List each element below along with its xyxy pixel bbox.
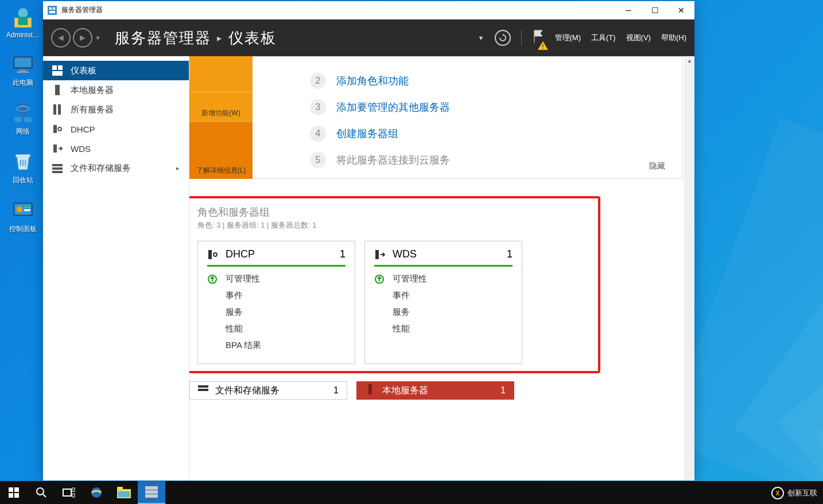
desktop-icon-this-pc[interactable]: 此电脑 xyxy=(5,52,41,88)
quick-action-create-group[interactable]: 4 创建服务器组 xyxy=(310,126,682,142)
roles-section-highlighted: 角色和服务器组 角色: 3 | 服务器组: 1 | 服务器总数: 1 DHCP … xyxy=(189,196,600,373)
ribbon-dropdown-icon[interactable]: ▼ xyxy=(478,34,484,41)
taskbar-ie[interactable] xyxy=(83,481,110,504)
notifications-flag[interactable]: ! xyxy=(532,29,545,46)
ribbon-header: ◄ ► ▼ 服务器管理器 ▸ 仪表板 ▼ ! 管理(M) 工具(T) 视图(V)… xyxy=(43,19,694,56)
menu-help[interactable]: 帮助(H) xyxy=(661,33,686,43)
search-button[interactable] xyxy=(28,481,55,504)
sidebar-item-dhcp[interactable]: DHCP xyxy=(43,119,189,139)
svg-rect-42 xyxy=(9,487,13,492)
svg-rect-56 xyxy=(145,490,158,494)
sidebar: 仪表板 本地服务器 所有服务器 DHCP WDS 文件和存储服务 ▸ xyxy=(43,56,189,480)
breadcrumb: 服务器管理器 ▸ 仪表板 xyxy=(115,28,277,48)
step-number: 3 xyxy=(310,99,326,115)
svg-rect-50 xyxy=(72,494,75,497)
close-button[interactable]: ✕ xyxy=(668,1,694,19)
nav-forward-button[interactable]: ► xyxy=(73,28,92,48)
tile-row-label[interactable]: 可管理性 xyxy=(393,274,427,284)
quick-link-label: 创建服务器组 xyxy=(336,127,398,140)
whats-new-link[interactable]: 新增功能(W) xyxy=(189,92,253,122)
task-view-button[interactable] xyxy=(55,481,83,504)
svg-rect-11 xyxy=(15,154,30,157)
svg-rect-39 xyxy=(198,385,208,388)
sidebar-item-dashboard[interactable]: 仪表板 xyxy=(43,61,189,80)
tile-row-label[interactable]: 服务 xyxy=(226,307,243,318)
taskbar-server-manager[interactable] xyxy=(138,481,165,504)
scrollbar[interactable]: ▴ xyxy=(684,56,694,480)
svg-rect-26 xyxy=(53,104,56,115)
wds-icon xyxy=(374,249,386,260)
sidebar-item-local-server[interactable]: 本地服务器 xyxy=(43,80,189,100)
step-number: 2 xyxy=(310,73,326,89)
menu-manage[interactable]: 管理(M) xyxy=(555,33,581,43)
minimize-button[interactable]: ─ xyxy=(615,1,642,19)
svg-rect-19 xyxy=(53,7,55,10)
welcome-left-panel: 新增功能(W) 了解详细信息(L) xyxy=(189,56,253,179)
quick-action-add-servers[interactable]: 3 添加要管理的其他服务器 xyxy=(310,99,682,115)
role-tile-storage[interactable]: 文件和存储服务 1 xyxy=(189,381,347,400)
nav-back-button[interactable]: ◄ xyxy=(51,28,71,48)
menu-view[interactable]: 视图(V) xyxy=(626,33,651,43)
role-tile-wds[interactable]: WDS 1 可管理性 事件 服务 性能 xyxy=(364,241,522,364)
desktop-icon-recycle-bin[interactable]: 回收站 xyxy=(5,149,41,185)
dhcp-icon xyxy=(52,124,63,134)
tile-row-label[interactable]: 事件 xyxy=(393,290,410,301)
svg-rect-34 xyxy=(208,250,212,259)
desktop-icon-control-panel[interactable]: 控制面板 xyxy=(5,198,41,234)
server-icon xyxy=(365,384,375,397)
quick-action-add-roles[interactable]: 2 添加角色和功能 xyxy=(310,73,682,89)
step-number: 5 xyxy=(310,152,326,168)
welcome-right-panel: 2 添加角色和功能 3 添加要管理的其他服务器 4 创建服务器组 5 xyxy=(253,56,683,179)
sidebar-item-storage[interactable]: 文件和存储服务 ▸ xyxy=(43,158,189,178)
quick-link-label: 添加要管理的其他服务器 xyxy=(336,100,450,114)
taskbar-explorer[interactable] xyxy=(110,481,138,504)
tile-count: 1 xyxy=(333,385,339,396)
svg-rect-31 xyxy=(52,164,63,166)
role-tile-local-server[interactable]: 本地服务器 1 xyxy=(356,381,514,400)
breadcrumb-root[interactable]: 服务器管理器 xyxy=(115,28,211,48)
quick-action-cloud[interactable]: 5 将此服务器连接到云服务 xyxy=(310,152,682,168)
maximize-button[interactable]: ☐ xyxy=(642,1,668,19)
tile-row-label[interactable]: 事件 xyxy=(226,290,243,301)
svg-point-35 xyxy=(213,253,217,256)
sidebar-item-label: 本地服务器 xyxy=(71,85,114,96)
storage-icon xyxy=(52,163,63,173)
svg-rect-45 xyxy=(14,493,19,498)
svg-rect-22 xyxy=(52,65,57,70)
titlebar[interactable]: 服务器管理器 ─ ☐ ✕ xyxy=(43,1,694,19)
tile-row-label[interactable]: BPA 结果 xyxy=(226,340,261,351)
sidebar-item-label: 仪表板 xyxy=(71,65,96,76)
start-button[interactable] xyxy=(0,481,28,504)
svg-rect-23 xyxy=(58,65,63,70)
svg-rect-48 xyxy=(63,489,71,496)
tile-row-label[interactable]: 性能 xyxy=(226,323,243,334)
desktop-icon-administrator[interactable]: Administ… xyxy=(5,5,41,39)
svg-rect-41 xyxy=(368,384,372,394)
status-ok-icon xyxy=(374,274,385,284)
breadcrumb-section[interactable]: 仪表板 xyxy=(228,28,277,48)
sidebar-item-wds[interactable]: WDS xyxy=(43,139,189,158)
svg-rect-16 xyxy=(24,209,30,211)
svg-rect-53 xyxy=(117,487,123,490)
storage-icon xyxy=(198,384,208,397)
tile-row-label[interactable]: 可管理性 xyxy=(226,274,260,284)
roles-subtitle: 角色: 3 | 服务器组: 1 | 服务器总数: 1 xyxy=(197,220,590,230)
svg-rect-28 xyxy=(53,125,57,133)
role-tile-dhcp[interactable]: DHCP 1 可管理性 事件 服务 性能 BPA 结果 xyxy=(197,241,355,364)
menu-tools[interactable]: 工具(T) xyxy=(591,33,616,43)
sidebar-item-label: 文件和存储服务 xyxy=(71,163,131,174)
window-title: 服务器管理器 xyxy=(61,5,615,15)
tile-row-label[interactable]: 服务 xyxy=(393,307,410,318)
ribbon-divider xyxy=(521,30,522,46)
content-area: ▴ 新增功能(W) 了解详细信息(L) 2 添加角色和功能 3 xyxy=(189,56,694,480)
desktop-icon-network[interactable]: 网络 xyxy=(5,100,41,136)
refresh-button[interactable] xyxy=(495,30,511,46)
tile-row-label[interactable]: 性能 xyxy=(393,323,410,334)
dhcp-icon xyxy=(207,249,219,260)
quick-link-label: 将此服务器连接到云服务 xyxy=(336,153,450,167)
scroll-up-icon[interactable]: ▴ xyxy=(685,57,693,65)
sidebar-item-all-servers[interactable]: 所有服务器 xyxy=(43,100,189,119)
nav-dropdown-icon[interactable]: ▼ xyxy=(95,34,101,41)
learn-more-link[interactable]: 了解详细信息(L) xyxy=(189,122,253,179)
hide-button[interactable]: 隐藏 xyxy=(649,161,665,171)
